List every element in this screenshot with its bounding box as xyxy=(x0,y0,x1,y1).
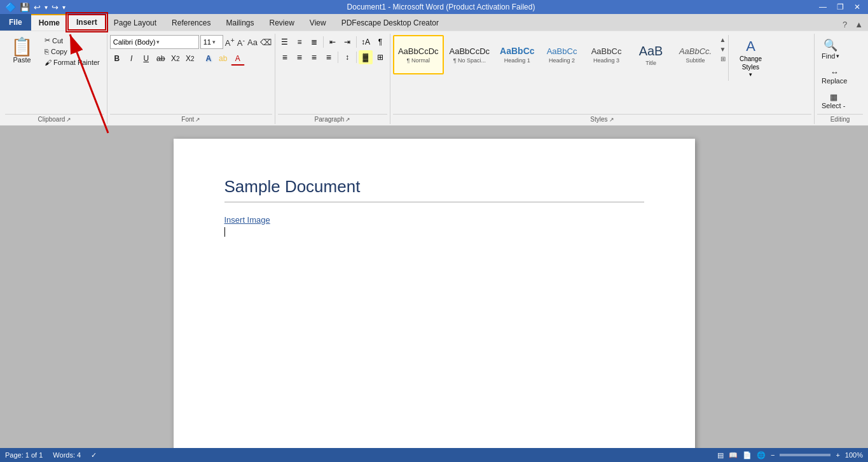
align-left-button[interactable]: ≡ xyxy=(278,50,292,64)
close-button[interactable]: ✕ xyxy=(851,3,863,11)
style-title[interactable]: AaB Title xyxy=(630,35,673,74)
align-center-button[interactable]: ≡ xyxy=(293,50,307,64)
find-button[interactable]: 🔍 Find ▾ xyxy=(817,35,844,63)
tab-home[interactable]: Home xyxy=(31,14,67,31)
maximize-button[interactable]: ❐ xyxy=(834,3,846,11)
ribbon-content: 📋 Paste ✂ Cut ⎘ Copy 🖌 xyxy=(0,31,868,125)
tab-mailings[interactable]: Mailings xyxy=(218,14,261,31)
italic-button[interactable]: I xyxy=(125,52,139,66)
styles-label[interactable]: Styles ↗ xyxy=(393,114,811,124)
quick-undo[interactable]: ↩ xyxy=(34,3,41,12)
tab-insert[interactable]: Insert xyxy=(67,14,106,31)
format-painter-button[interactable]: 🖌 Format Painter xyxy=(40,57,104,67)
shading-button[interactable]: ▓ xyxy=(359,50,373,64)
red-arrow-annotation xyxy=(60,126,118,136)
font-group: Calibri (Body) ▾ 11 ▾ A+ A- Aa ⌫ B xyxy=(107,34,275,124)
clear-formatting-button[interactable]: ⌫ xyxy=(259,37,272,48)
format-painter-icon: 🖌 xyxy=(45,59,52,66)
style-subtitle[interactable]: AaBbCc. Subtitle xyxy=(674,35,717,74)
minimize-button[interactable]: — xyxy=(816,3,829,11)
borders-button[interactable]: ⊞ xyxy=(373,50,387,64)
text-effects-button[interactable]: A xyxy=(202,52,216,66)
insert-image-link[interactable]: Insert Image xyxy=(224,215,270,225)
replace-button[interactable]: ↔ Replace xyxy=(817,64,851,88)
align-right-button[interactable]: ≡ xyxy=(307,50,321,64)
tab-view[interactable]: View xyxy=(302,14,334,31)
line-spacing-button[interactable]: ↕ xyxy=(340,50,354,64)
font-size-selector[interactable]: 11 ▾ xyxy=(200,35,223,49)
font-color-button[interactable]: A xyxy=(231,52,245,66)
clipboard-label[interactable]: Clipboard ↗ xyxy=(5,114,104,124)
change-styles-container: A ChangeStyles ▾ xyxy=(728,35,772,81)
tab-review[interactable]: Review xyxy=(261,14,301,31)
numbering-button[interactable]: ≡ xyxy=(293,35,307,49)
justify-button[interactable]: ≡ xyxy=(322,50,336,64)
tab-file[interactable]: File xyxy=(0,14,31,31)
change-case-button[interactable]: Aa xyxy=(247,37,258,48)
strikethrough-button[interactable]: ab xyxy=(154,52,168,66)
paste-button[interactable]: 📋 Paste xyxy=(5,35,39,67)
increase-font-size-button[interactable]: A+ xyxy=(224,36,235,48)
zoom-plus[interactable]: + xyxy=(836,451,839,459)
minimize-ribbon-button[interactable]: ▲ xyxy=(852,18,865,31)
style-heading3[interactable]: AaBbCc Heading 3 xyxy=(585,35,628,74)
tab-pdfescape[interactable]: PDFescape Desktop Creator xyxy=(334,14,446,31)
quick-redo[interactable]: ↪ xyxy=(52,3,59,12)
editing-group: 🔍 Find ▾ ↔ Replace ▦ Select - xyxy=(815,34,865,124)
sort-button[interactable]: ↕A xyxy=(359,35,373,49)
superscript-button[interactable]: X2 xyxy=(183,52,197,66)
select-button[interactable]: ▦ Select - xyxy=(817,89,850,113)
paste-label: Paste xyxy=(13,56,31,64)
page-count: Page: 1 of 1 xyxy=(5,451,43,459)
multilevel-list-button[interactable]: ≣ xyxy=(307,35,321,49)
font-name-selector[interactable]: Calibri (Body) ▾ xyxy=(110,35,199,49)
text-highlight-button[interactable]: ab xyxy=(216,52,230,66)
cut-button[interactable]: ✂ Cut xyxy=(40,35,104,46)
svg-line-1 xyxy=(70,126,108,133)
paragraph-label[interactable]: Paragraph ↗ xyxy=(278,114,387,124)
scissors-icon: ✂ xyxy=(45,36,50,45)
styles-scroll-down-button[interactable]: ▼ xyxy=(719,45,727,54)
styles-scroll: ▲ ▼ ⊞ xyxy=(719,35,727,64)
quick-save[interactable]: 💾 xyxy=(20,3,30,12)
zoom-level[interactable]: 100% xyxy=(845,451,863,459)
paste-icon: 📋 xyxy=(11,38,33,56)
change-styles-button[interactable]: A ChangeStyles ▾ xyxy=(731,35,769,81)
style-heading2[interactable]: AaBbCc Heading 2 xyxy=(541,35,584,74)
show-hide-button[interactable]: ¶ xyxy=(373,35,387,49)
decrease-font-size-button[interactable]: A- xyxy=(237,36,245,48)
web-layout-button[interactable]: 🌐 xyxy=(757,451,766,459)
paragraph-group: ☰ ≡ ≣ ⇤ ⇥ ↕A ¶ ≡ ≡ ≡ ≡ xyxy=(275,34,390,124)
styles-group: AaBbCcDc ¶ Normal AaBbCcDc ¶ No Spaci...… xyxy=(390,34,815,124)
style-nospacing[interactable]: AaBbCcDc ¶ No Spaci... xyxy=(445,35,495,74)
print-layout-button[interactable]: 📄 xyxy=(743,451,752,459)
reading-view-button[interactable]: 📖 xyxy=(729,451,738,459)
styles-scroll-up-button[interactable]: ▲ xyxy=(719,35,727,45)
help-button[interactable]: ? xyxy=(840,18,850,31)
bold-button[interactable]: B xyxy=(110,52,124,66)
quick-undo-arrow[interactable]: ▾ xyxy=(45,4,48,11)
paragraph-expand-icon: ↗ xyxy=(345,116,350,123)
normal-view-button[interactable]: ▤ xyxy=(717,451,724,459)
font-expand-icon: ↗ xyxy=(195,116,200,123)
font-name-dropdown-icon: ▾ xyxy=(156,39,160,45)
subscript-button[interactable]: X2 xyxy=(169,52,183,66)
copy-button[interactable]: ⎘ Copy xyxy=(40,46,104,57)
style-normal[interactable]: AaBbCcDc ¶ Normal xyxy=(393,35,444,74)
increase-indent-button[interactable]: ⇥ xyxy=(340,35,354,49)
tab-references[interactable]: References xyxy=(164,14,218,31)
underline-button[interactable]: U xyxy=(139,52,153,66)
zoom-minus[interactable]: − xyxy=(771,451,775,459)
style-heading1[interactable]: AaBbCc Heading 1 xyxy=(495,35,539,74)
spell-check-icon[interactable]: ✓ xyxy=(91,451,97,459)
tab-pagelayout[interactable]: Page Layout xyxy=(106,14,164,31)
title-bar: 🔷 💾 ↩ ▾ ↪ ▾ Document1 - Microsoft Word (… xyxy=(0,0,868,14)
status-bar: Page: 1 of 1 Words: 4 ✓ ▤ 📖 📄 🌐 − + 100% xyxy=(0,448,868,462)
zoom-slider[interactable] xyxy=(780,454,830,456)
styles-expand-button[interactable]: ⊞ xyxy=(719,54,727,64)
bullets-button[interactable]: ☰ xyxy=(278,35,292,49)
clipboard-expand-icon: ↗ xyxy=(66,116,71,123)
font-label[interactable]: Font ↗ xyxy=(110,114,272,124)
decrease-indent-button[interactable]: ⇤ xyxy=(326,35,340,49)
editing-label[interactable]: Editing xyxy=(817,114,863,124)
